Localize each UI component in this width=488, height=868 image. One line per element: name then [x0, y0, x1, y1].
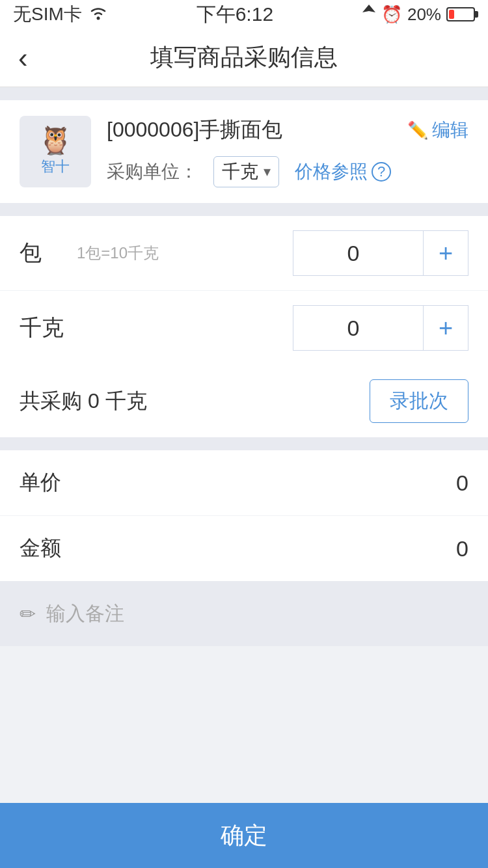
wifi-icon: [88, 4, 108, 25]
back-button[interactable]: ‹: [18, 42, 28, 74]
amount-label: 金额: [20, 534, 61, 563]
batch-button[interactable]: 录批次: [370, 379, 468, 423]
divider-1: [0, 203, 488, 216]
total-label: 共采购 0 千克: [20, 387, 147, 416]
kg-quantity-input[interactable]: [293, 305, 423, 351]
amount-row: 金额 0: [0, 516, 488, 581]
kg-input-row: 千克 +: [0, 291, 488, 365]
info-icon: ?: [372, 162, 391, 182]
battery-percent: 20%: [407, 5, 441, 25]
unit-value: 千克: [222, 159, 258, 184]
edit-icon: ✏️: [407, 120, 428, 141]
divider-top: [0, 87, 488, 100]
price-ref-label: 价格参照: [295, 159, 368, 184]
owl-icon: 🦉: [38, 127, 72, 154]
bag-label: 包: [20, 238, 72, 268]
status-left: 无SIM卡: [13, 2, 108, 27]
page-title: 填写商品采购信息: [150, 42, 338, 74]
edit-button[interactable]: ✏️ 编辑: [407, 118, 468, 142]
notes-section[interactable]: ✏ 输入备注: [0, 581, 488, 646]
unit-select[interactable]: 千克 ▾: [213, 156, 279, 187]
location-icon: [362, 4, 376, 25]
notes-placeholder: 输入备注: [46, 601, 124, 627]
alarm-icon: ⏰: [381, 5, 402, 25]
battery-icon: [446, 7, 475, 21]
kg-controls: +: [293, 305, 468, 351]
product-card: 🦉 智十 [0000006]手撕面包 ✏️ 编辑 采购单位： 千克 ▾: [0, 100, 488, 203]
product-info: [0000006]手撕面包 ✏️ 编辑 采购单位： 千克 ▾ 价格参照 ?: [107, 116, 468, 187]
bag-input-row: 包 1包=10千克 +: [0, 216, 488, 291]
input-section: 包 1包=10千克 + 千克 +: [0, 216, 488, 365]
bag-sublabel: 1包=10千克: [77, 243, 293, 264]
dropdown-arrow-icon: ▾: [264, 163, 271, 180]
price-section: 单价 0 金额 0: [0, 450, 488, 581]
confirm-btn-container: 确定: [0, 803, 488, 868]
unit-price-value: 0: [456, 470, 468, 496]
purchase-unit-label: 采购单位：: [107, 159, 198, 184]
carrier-label: 无SIM卡: [13, 2, 82, 27]
bag-controls: +: [293, 230, 468, 276]
unit-price-label: 单价: [20, 468, 61, 497]
brand-text: 智十: [41, 157, 70, 176]
total-section: 共采购 0 千克 录批次: [0, 365, 488, 437]
kg-label: 千克: [20, 313, 72, 343]
product-header: [0000006]手撕面包 ✏️ 编辑: [107, 116, 468, 144]
product-image: 🦉 智十: [20, 116, 91, 187]
kg-plus-button[interactable]: +: [423, 305, 468, 351]
price-ref-button[interactable]: 价格参照 ?: [295, 159, 391, 184]
status-right: ⏰ 20%: [362, 4, 475, 25]
confirm-button[interactable]: 确定: [0, 803, 488, 868]
nav-bar: ‹ 填写商品采购信息: [0, 29, 488, 87]
svg-point-0: [96, 17, 100, 20]
amount-value: 0: [456, 536, 468, 562]
divider-2: [0, 437, 488, 450]
bag-plus-button[interactable]: +: [423, 230, 468, 276]
status-time: 下午6:12: [197, 1, 273, 28]
status-bar: 无SIM卡 下午6:12 ⏰ 20%: [0, 0, 488, 29]
bag-quantity-input[interactable]: [293, 230, 423, 276]
unit-price-row: 单价 0: [0, 450, 488, 516]
product-name: [0000006]手撕面包: [107, 116, 282, 144]
product-meta: 采购单位： 千克 ▾ 价格参照 ?: [107, 156, 468, 187]
pencil-icon: ✏: [20, 603, 36, 625]
